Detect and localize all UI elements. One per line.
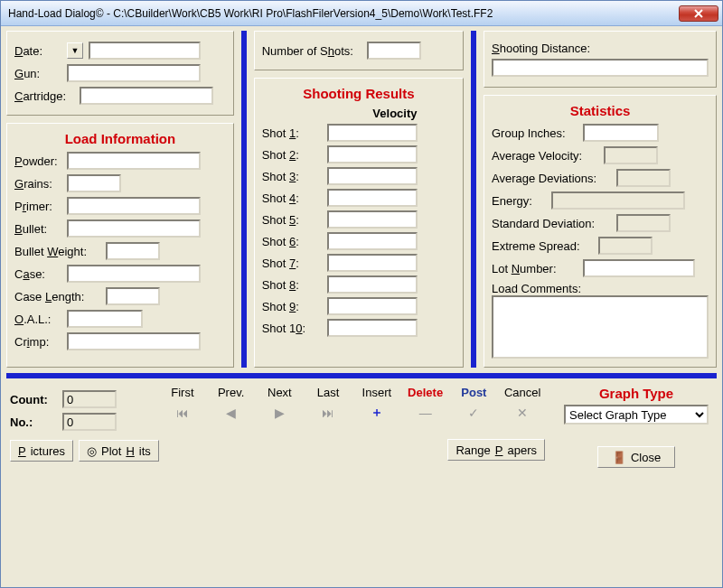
shot-8-input[interactable]	[327, 275, 418, 294]
shot-4-input[interactable]	[327, 189, 418, 207]
ext-spread-label: Extreme Spread:	[492, 239, 593, 253]
energy-label: Energy:	[492, 194, 546, 208]
shot-7-label: Shot 7:	[262, 257, 318, 270]
window: Hand-Load Dialog© - C:\CBuilder\Work\CB5…	[0, 0, 723, 588]
check-icon[interactable]: ✓	[450, 403, 499, 423]
no-label: No.:	[10, 415, 57, 429]
case-input[interactable]	[67, 265, 201, 283]
minus-icon[interactable]: —	[401, 403, 450, 423]
date-input[interactable]	[89, 42, 201, 60]
avg-vel-label: Average Velocity:	[492, 149, 598, 163]
bottom-area: Count: No.: Pictures ◎ Plot Hits First P…	[6, 378, 717, 471]
load-panel: Load Information Powder: Grains: Primer:…	[6, 123, 234, 368]
nav-first-label: First	[158, 386, 207, 399]
bullet-weight-input[interactable]	[106, 242, 160, 260]
bottom-mid: First Prev. Next Last Insert Delete Post…	[153, 386, 552, 461]
primer-input[interactable]	[67, 197, 201, 215]
num-shots-input[interactable]	[367, 42, 421, 60]
plus-icon[interactable]: ＋	[352, 403, 401, 423]
nav-last-label: Last	[304, 386, 352, 399]
close-icon[interactable]	[679, 5, 718, 22]
left-column: Date: ▼ Gun: Cartridge: Load Information	[6, 31, 234, 368]
stats-panel: Statistics Group Inches: Average Velocit…	[484, 95, 717, 368]
middle-column: Number of Shots: Shooting Results Veloci…	[254, 31, 465, 368]
count-output	[62, 390, 117, 408]
graph-title: Graph Type	[559, 386, 713, 401]
graph-type-select[interactable]: Select Graph Type	[564, 405, 709, 425]
door-icon: 🚪	[612, 451, 626, 464]
results-panel: Shooting Results Velocity Shot 1: Shot 2…	[254, 78, 465, 368]
distance-input[interactable]	[492, 59, 709, 77]
no-output	[62, 413, 117, 431]
lot-label: Lot Number:	[492, 262, 577, 275]
num-shots-label: Number of Shots:	[262, 44, 362, 58]
shot-10-input[interactable]	[327, 319, 418, 337]
bullet-input[interactable]	[67, 219, 201, 238]
date-picker-button[interactable]: ▼	[67, 42, 83, 59]
lot-input[interactable]	[583, 259, 695, 277]
nav-delete-label: Delete	[401, 386, 450, 399]
plot-hits-button[interactable]: ◎ Plot Hits	[79, 440, 159, 462]
num-shots-panel: Number of Shots:	[254, 31, 465, 70]
load-title: Load Information	[14, 131, 226, 146]
shot-8-label: Shot 8:	[262, 278, 318, 292]
first-icon[interactable]: ⏮	[158, 403, 207, 423]
shot-4-label: Shot 4:	[262, 191, 318, 205]
nav-insert-label: Insert	[352, 386, 401, 399]
shot-9-input[interactable]	[327, 297, 418, 315]
stats-title: Statistics	[492, 103, 709, 118]
case-length-input[interactable]	[106, 287, 160, 305]
std-dev-label: Standard Deviation:	[492, 217, 611, 230]
bullet-label: Bullet:	[14, 222, 61, 236]
shot-10-label: Shot 10:	[262, 322, 318, 335]
next-icon[interactable]: ▶	[256, 403, 305, 423]
avg-dev-label: Average Deviations:	[492, 172, 611, 185]
client-area: Date: ▼ Gun: Cartridge: Load Information	[1, 26, 722, 587]
range-papers-button[interactable]: Range Papers	[447, 439, 545, 461]
nav-post-label: Post	[450, 386, 499, 399]
crimp-input[interactable]	[67, 332, 201, 350]
shot-1-input[interactable]	[327, 124, 418, 142]
close-button[interactable]: 🚪 Close	[597, 446, 675, 468]
bullet-weight-label: Bullet Weight:	[14, 245, 100, 258]
comments-input[interactable]	[492, 295, 709, 359]
avg-dev-output	[616, 169, 671, 187]
date-label: Date:	[14, 44, 61, 58]
shot-2-input[interactable]	[327, 145, 418, 163]
nav-icons: ⏮ ◀ ▶ ⏭ ＋ — ✓ ✕	[153, 399, 552, 426]
velocity-header: Velocity	[334, 107, 456, 120]
last-icon[interactable]: ⏭	[304, 403, 352, 423]
prev-icon[interactable]: ◀	[207, 403, 256, 423]
cartridge-input[interactable]	[80, 87, 213, 105]
cartridge-label: Cartridge:	[14, 89, 74, 103]
shot-6-input[interactable]	[327, 232, 418, 250]
gun-input[interactable]	[67, 64, 201, 82]
grains-input[interactable]	[67, 174, 121, 192]
shot-5-input[interactable]	[327, 210, 418, 229]
nav-next-label: Next	[256, 386, 305, 399]
group-inches-input[interactable]	[583, 124, 659, 142]
window-title: Hand-Load Dialog© - C:\CBuilder\Work\CB5…	[8, 7, 493, 20]
divider-icon	[471, 31, 476, 368]
right-column: Shooting Distance: Statistics Group Inch…	[484, 31, 717, 368]
case-label: Case:	[14, 267, 61, 281]
shot-5-label: Shot 5:	[262, 213, 318, 227]
std-dev-output	[616, 214, 671, 232]
grains-label: Grains:	[14, 177, 61, 191]
pictures-button[interactable]: Pictures	[10, 440, 73, 462]
gun-label: Gun:	[14, 67, 61, 80]
shot-9-label: Shot 9:	[262, 300, 318, 313]
oal-input[interactable]	[67, 310, 143, 328]
shot-1-label: Shot 1:	[262, 126, 318, 140]
ext-spread-output	[598, 237, 653, 255]
oal-label: O.A.L.:	[14, 313, 61, 326]
nav-labels: First Prev. Next Last Insert Delete Post…	[153, 386, 552, 399]
shot-7-input[interactable]	[327, 254, 418, 272]
shot-3-input[interactable]	[327, 167, 418, 185]
group-inches-label: Group Inches:	[492, 126, 577, 140]
distance-panel: Shooting Distance:	[484, 31, 717, 88]
cancel-icon[interactable]: ✕	[498, 403, 547, 423]
powder-input[interactable]	[67, 152, 201, 170]
top-area: Date: ▼ Gun: Cartridge: Load Information	[6, 31, 717, 378]
results-title: Shooting Results	[262, 86, 456, 101]
